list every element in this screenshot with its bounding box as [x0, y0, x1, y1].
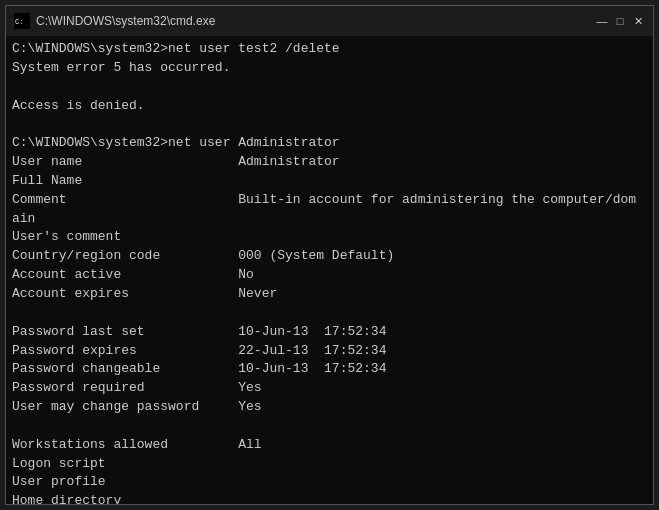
- cmd-window-icon: C:: [14, 13, 30, 29]
- console-line: Full Name: [12, 173, 82, 188]
- console-line: System error 5 has occurred.: [12, 60, 230, 75]
- console-line: Password required Yes: [12, 380, 262, 395]
- console-line: Home directory: [12, 493, 121, 504]
- console-line: Comment Built-in account for administeri…: [12, 192, 636, 207]
- console-line: Password expires 22-Jul-13 17:52:34: [12, 343, 386, 358]
- console-line: C:\WINDOWS\system32>net user test2 /dele…: [12, 41, 340, 56]
- console-line: Access is denied.: [12, 98, 145, 113]
- console-line: User's comment: [12, 229, 121, 244]
- console-line: User name Administrator: [12, 154, 340, 169]
- cmd-window: C: C:\WINDOWS\system32\cmd.exe — □ ✕ C:\…: [5, 5, 654, 505]
- close-button[interactable]: ✕: [631, 14, 645, 28]
- window-controls: — □ ✕: [595, 14, 645, 28]
- console-line: Logon script: [12, 456, 106, 471]
- console-line: User may change password Yes: [12, 399, 262, 414]
- console-line: User profile: [12, 474, 106, 489]
- console-line: Password changeable 10-Jun-13 17:52:34: [12, 361, 386, 376]
- console-line: Password last set 10-Jun-13 17:52:34: [12, 324, 386, 339]
- console-output[interactable]: C:\WINDOWS\system32>net user test2 /dele…: [6, 36, 653, 504]
- svg-text:C:: C:: [15, 18, 23, 26]
- console-line: Workstations allowed All: [12, 437, 262, 452]
- maximize-button[interactable]: □: [613, 14, 627, 28]
- title-bar-left: C: C:\WINDOWS\system32\cmd.exe: [14, 13, 215, 29]
- console-line: ain: [12, 211, 35, 226]
- console-line: Account expires Never: [12, 286, 277, 301]
- console-line: Country/region code 000 (System Default): [12, 248, 394, 263]
- window-title: C:\WINDOWS\system32\cmd.exe: [36, 14, 215, 28]
- console-line: Account active No: [12, 267, 254, 282]
- minimize-button[interactable]: —: [595, 14, 609, 28]
- console-line: C:\WINDOWS\system32>net user Administrat…: [12, 135, 340, 150]
- title-bar: C: C:\WINDOWS\system32\cmd.exe — □ ✕: [6, 6, 653, 36]
